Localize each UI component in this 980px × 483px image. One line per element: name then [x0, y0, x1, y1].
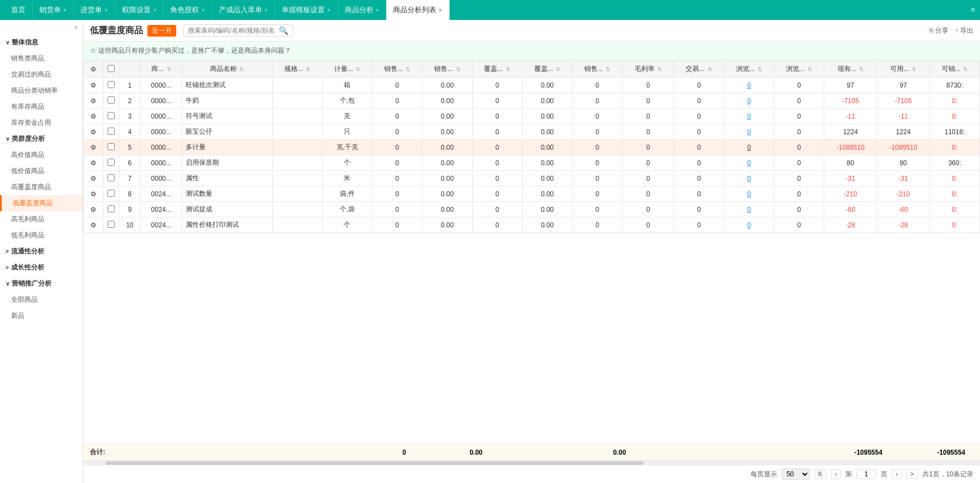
- row-checkbox[interactable]: [108, 190, 115, 197]
- row-browse1[interactable]: 0: [724, 217, 774, 233]
- row-checkbox-cell[interactable]: [103, 140, 119, 155]
- settings-column-header[interactable]: ⚙: [84, 61, 104, 78]
- row-browse1[interactable]: 0: [724, 171, 774, 186]
- row-settings[interactable]: ⚙: [84, 186, 104, 202]
- nav-tab[interactable]: 进货单 ×: [74, 0, 115, 20]
- page-number-input[interactable]: [856, 469, 876, 479]
- nav-tab[interactable]: 销货单 ×: [33, 0, 74, 20]
- row-browse1[interactable]: 0: [724, 124, 774, 140]
- nav-tab[interactable]: 单据模板设置 ×: [275, 0, 338, 20]
- row-checkbox-cell[interactable]: [103, 217, 119, 233]
- search-input[interactable]: [188, 27, 277, 34]
- tab-close-button[interactable]: ×: [376, 7, 379, 13]
- sidebar-item[interactable]: 商品分类动销率: [0, 83, 83, 99]
- nav-tab[interactable]: 首页: [4, 0, 33, 20]
- row-checkbox-cell[interactable]: [103, 78, 119, 93]
- row-settings[interactable]: ⚙: [84, 217, 104, 233]
- nav-tab[interactable]: 角色授权 ×: [164, 0, 212, 20]
- last-page-button[interactable]: >: [906, 469, 918, 479]
- select-all-header[interactable]: [103, 61, 119, 78]
- available-column-header[interactable]: 可用... ⇅: [877, 61, 930, 78]
- row-checkbox[interactable]: [108, 205, 115, 212]
- sales-qty-column-header[interactable]: 销售... ⇅: [372, 61, 422, 78]
- sidebar-group-header[interactable]: ∨类群度分析: [0, 131, 83, 147]
- current-stock-column-header[interactable]: 现有... ⇅: [824, 61, 877, 78]
- sidebar-item[interactable]: 高毛利商品: [0, 211, 83, 227]
- sidebar-item[interactable]: 新品: [0, 308, 83, 324]
- row-checkbox-cell[interactable]: [103, 202, 119, 217]
- unit-column-header[interactable]: 计量... ⇅: [322, 61, 372, 78]
- next-page-button[interactable]: ›: [892, 469, 902, 479]
- nav-tab[interactable]: 商品分析 ×: [338, 0, 386, 20]
- row-settings[interactable]: ⚙: [84, 155, 104, 171]
- scroll-bar-area[interactable]: [83, 460, 980, 465]
- row-checkbox[interactable]: [108, 96, 115, 104]
- sidebar-item[interactable]: 库存资金占用: [0, 115, 83, 131]
- row-settings[interactable]: ⚙: [84, 171, 104, 186]
- export-button[interactable]: ↑ 导出: [955, 26, 973, 35]
- gross-rate-column-header[interactable]: 毛利率 ⇅: [622, 61, 674, 78]
- sidebar-group-header[interactable]: ∨整体信息: [0, 34, 83, 50]
- code-column-header[interactable]: 商... ⇅: [141, 61, 182, 78]
- tab-close-button[interactable]: ×: [438, 7, 442, 13]
- tab-close-button[interactable]: ×: [104, 7, 108, 13]
- share-button[interactable]: ⎘ 分享: [930, 26, 948, 35]
- tab-close-button[interactable]: ×: [63, 7, 67, 13]
- row-checkbox[interactable]: [108, 221, 115, 228]
- row-browse1[interactable]: 0: [724, 155, 774, 171]
- sales-cnt-column-header[interactable]: 销售... ⇅: [572, 61, 622, 78]
- row-checkbox-cell[interactable]: [103, 155, 119, 171]
- sidebar-item[interactable]: 高价值商品: [0, 147, 83, 163]
- sidebar-item[interactable]: 交易过的商品: [0, 67, 83, 83]
- row-checkbox[interactable]: [108, 143, 115, 150]
- tab-close-button[interactable]: ×: [327, 7, 330, 13]
- row-settings[interactable]: ⚙: [84, 78, 104, 93]
- row-settings[interactable]: ⚙: [84, 109, 104, 124]
- nav-tab[interactable]: 产成品入库单 ×: [212, 0, 275, 20]
- row-settings[interactable]: ⚙: [84, 202, 104, 217]
- row-checkbox-cell[interactable]: [103, 171, 119, 186]
- sidebar-collapse-button[interactable]: «: [0, 20, 83, 34]
- row-browse1[interactable]: 0: [724, 93, 774, 109]
- sidebar-item[interactable]: 低价值商品: [0, 163, 83, 179]
- nav-tab[interactable]: 权限设置 ×: [115, 0, 164, 20]
- cover-cnt-column-header[interactable]: 覆盖... ⇅: [472, 61, 522, 78]
- trans-column-header[interactable]: 交易... ⇅: [674, 61, 724, 78]
- row-checkbox[interactable]: [108, 159, 115, 166]
- page-size-select[interactable]: 50 20 100: [782, 469, 810, 480]
- row-checkbox-cell[interactable]: [103, 124, 119, 140]
- sidebar-item[interactable]: 低毛利商品: [0, 227, 83, 243]
- sidebar-item[interactable]: 低覆盖度商品: [0, 195, 83, 211]
- nav-tab[interactable]: 商品分析列表 ×: [386, 0, 449, 20]
- row-browse1[interactable]: 0: [724, 186, 774, 202]
- sidebar-group-header[interactable]: ∨营销推广分析: [0, 276, 83, 292]
- close-all-tabs-button[interactable]: ×: [971, 5, 976, 15]
- row-browse1[interactable]: 0: [724, 78, 774, 93]
- row-checkbox[interactable]: [108, 174, 115, 181]
- sidebar-group-header[interactable]: >成长性分析: [0, 260, 83, 276]
- tab-close-button[interactable]: ×: [264, 7, 268, 13]
- row-checkbox-cell[interactable]: [103, 186, 119, 202]
- sidebar-item[interactable]: 有库存商品: [0, 99, 83, 115]
- sidebar-group-header[interactable]: >流通性分析: [0, 243, 83, 260]
- row-settings[interactable]: ⚙: [84, 93, 104, 109]
- sellable-column-header[interactable]: 可销... ⇅: [930, 61, 979, 78]
- time-filter-button[interactable]: 近一月: [147, 25, 176, 37]
- prev-page-button[interactable]: ‹: [831, 469, 841, 479]
- row-settings[interactable]: ⚙: [84, 124, 104, 140]
- first-page-button[interactable]: K: [814, 469, 826, 479]
- row-checkbox[interactable]: [108, 81, 115, 88]
- sidebar-item[interactable]: 销售类商品: [0, 50, 83, 67]
- search-icon[interactable]: 🔍: [279, 26, 288, 35]
- row-checkbox-cell[interactable]: [103, 93, 119, 109]
- tab-close-button[interactable]: ×: [153, 7, 156, 13]
- row-checkbox[interactable]: [108, 112, 115, 119]
- table-wrapper[interactable]: ⚙ 商... ⇅ 商品名称 ⇅ 规格... ⇅ 计量... ⇅ 销售... ⇅ …: [83, 60, 980, 444]
- spec-column-header[interactable]: 规格... ⇅: [272, 61, 322, 78]
- row-browse1[interactable]: 0: [724, 109, 774, 124]
- name-column-header[interactable]: 商品名称 ⇅: [182, 61, 272, 78]
- tab-close-button[interactable]: ×: [201, 7, 205, 13]
- browse2-column-header[interactable]: 浏览... ⇅: [774, 61, 824, 78]
- row-checkbox[interactable]: [108, 128, 115, 135]
- row-settings[interactable]: ⚙: [84, 140, 104, 155]
